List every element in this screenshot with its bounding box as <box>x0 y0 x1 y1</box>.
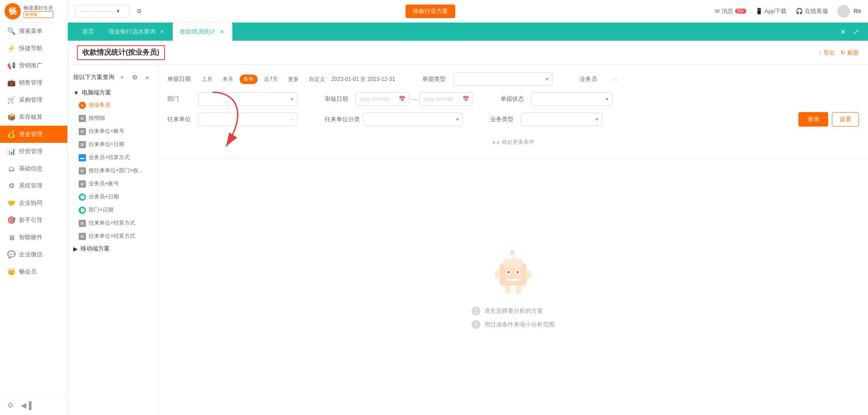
collapse-sidebar-icon[interactable]: ◀▐ <box>21 401 31 410</box>
tab-bank-flow-close[interactable]: ✕ <box>158 28 165 35</box>
scheme-item-salesman-label: 按业务员 <box>89 101 110 109</box>
messages-btn[interactable]: ✉ 消息 99+ <box>715 7 746 15</box>
docstatus-select[interactable]: ▾ <box>531 92 613 106</box>
review-date-start-input[interactable]: yyyy-mm-dd 📅 <box>355 92 410 106</box>
partner-cat-select[interactable]: ▾ <box>363 113 463 126</box>
sidebar-item-sales[interactable]: 💼 销售管理 <box>0 74 67 91</box>
sidebar-item-inventory[interactable]: 📦 库存核算 <box>0 108 67 126</box>
query-button[interactable]: 查询 <box>798 112 828 127</box>
mobile-scheme-title[interactable]: ▶ 移动端方案 <box>68 243 158 255</box>
page-title-box: 收款情况统计(按业务员) <box>77 45 165 60</box>
date-btn-7days[interactable]: 近7天 <box>260 75 282 84</box>
empty-illustration <box>486 245 540 299</box>
sidebar-item-quick-nav[interactable]: ⚡ 快捷导航 <box>0 40 67 57</box>
window-expand-btn[interactable]: ⤢ <box>851 28 861 36</box>
pc-scheme-title[interactable]: ▼ 电脑端方案 <box>68 87 158 99</box>
date-btn-this-year[interactable]: 本年 <box>240 75 258 84</box>
sidebar-item-member[interactable]: 👑 畅会员 <box>0 263 67 280</box>
scheme-item-partner-settle2[interactable]: ⊞ 往来单位+结算方式 <box>68 230 158 243</box>
date-btn-this-month[interactable]: 本月 <box>219 75 237 84</box>
filter-settings-button[interactable]: 设置 <box>832 112 859 127</box>
sidebar-item-finance[interactable]: 💰 资金管理 <box>0 126 67 143</box>
scheme-item-partner-dept[interactable]: ⊞ 按往来单位+部门+收... <box>68 164 158 177</box>
sidebar-item-hardware-label: 智能硬件 <box>19 233 42 241</box>
sidebar-item-guide[interactable]: 🎯 新手引导 <box>0 212 67 229</box>
sidebar-item-wechat-label: 企业微信 <box>19 250 42 259</box>
partner-more-icon[interactable]: ··· <box>289 116 293 123</box>
tab-bank-flow[interactable]: 现金银行流水查询 ✕ <box>101 23 173 41</box>
sidebar-nav: 🔍 搜索菜单 ⚡ 快捷导航 📢 营销推广 💼 销售管理 🛒 采购管理 📦 <box>0 23 67 395</box>
hardware-icon: 🖥 <box>7 233 15 241</box>
trial-button[interactable]: 体验行业方案 <box>406 5 455 18</box>
query-btn-area: 查询 设置 <box>798 112 859 127</box>
date-btn-last-month[interactable]: 上月 <box>198 75 216 84</box>
sidebar-item-enterprise[interactable]: 🤝 企业协同 <box>0 194 67 212</box>
mobile-scheme-section: ▶ 移动端方案 <box>68 243 158 255</box>
empty-state: 1 请先选择要分析的方案 2 用过滤条件来缩小分析范围 <box>158 159 868 415</box>
right-content: 单据日期 上月 本月 本年 近7天 更多 自定义 2023-01-01 至 20… <box>158 65 868 415</box>
window-close-btn[interactable]: ✕ <box>838 28 848 36</box>
collapse-filters-button[interactable]: ∧∧ 收起更多条件 <box>492 138 534 146</box>
scheme-item-salesman-account[interactable]: ⊞ 业务员+账号 <box>68 177 158 190</box>
filter-salesman-item: 业务员 ··· <box>580 75 619 83</box>
settings-footer-icon[interactable]: ⚙ <box>7 401 14 410</box>
sidebar-item-wechat[interactable]: 💬 企业微信 <box>0 246 67 263</box>
tab-home[interactable]: 首页 <box>75 23 101 41</box>
scheme-item-dept-date-label: 部门+日期 <box>89 206 113 214</box>
sidebar-item-business[interactable]: 📊 经营管理 <box>0 143 67 160</box>
sidebar-footer: ⚙ ◀▐ <box>0 395 67 415</box>
doctype-select[interactable]: ▾ <box>453 72 552 86</box>
sidebar-item-basic[interactable]: 🗂 基础信息 <box>0 160 67 177</box>
sidebar-item-finance-label: 资金管理 <box>19 130 42 138</box>
tab-collection-stats-label: 收款情况统计 <box>180 28 215 36</box>
sidebar-item-system[interactable]: ⚙ 系统管理 <box>0 177 67 194</box>
header-left: —— —— —— ▾ ⚙ <box>75 5 146 18</box>
tab-collection-stats-close[interactable]: ✕ <box>218 28 225 35</box>
sidebar-item-sales-label: 销售管理 <box>19 79 42 87</box>
nav-dropdown-text: —— —— —— <box>79 8 115 14</box>
sidebar-item-hardware[interactable]: 🖥 智能硬件 <box>0 229 67 246</box>
filter-row-3: 往来单位 ··· 往来单位分类 ▾ <box>167 112 859 127</box>
sidebar-item-search[interactable]: 🔍 搜索菜单 <box>0 23 67 40</box>
tab-collection-stats[interactable]: 收款情况统计 ✕ <box>173 23 232 41</box>
date-btn-more[interactable]: 更多 <box>284 75 302 84</box>
mobile-expand-icon: ▶ <box>73 245 78 252</box>
sidebar-item-purchase[interactable]: 🛒 采购管理 <box>0 91 67 108</box>
sidebar-item-marketing[interactable]: 📢 营销推广 <box>0 57 67 74</box>
filter-actions: ∧∧ 收起更多条件 <box>167 133 859 151</box>
scheme-item-partner-settle1-label: 往来单位+结算方式 <box>89 219 135 227</box>
export-button[interactable]: ↑ 导出 <box>819 49 835 57</box>
svg-rect-9 <box>505 286 510 294</box>
collapse-panel-icon[interactable]: « <box>142 72 152 82</box>
scheme-item-dept-date[interactable]: 🕐 部门+日期 <box>68 203 158 217</box>
online-service-btn[interactable]: 🎧 在线客服 <box>796 7 828 15</box>
scheme-item-detail[interactable]: ⊞ 按明细 <box>68 112 158 125</box>
partner-select[interactable]: ··· <box>198 113 297 126</box>
review-date-end-input[interactable]: yyyy-mm-dd 📅 <box>419 92 473 106</box>
scheme-item-salesman-settle[interactable]: ▬ 业务员+结算方式 <box>68 151 158 164</box>
tab-home-label: 首页 <box>82 28 94 36</box>
scheme-item-partner-settle1[interactable]: ⊞ 往来单位+结算方式 <box>68 217 158 230</box>
svg-rect-6 <box>506 279 520 281</box>
refresh-button[interactable]: ↻ 刷新 <box>840 49 859 57</box>
salesman-more-btn[interactable]: ··· <box>610 76 619 83</box>
add-scheme-icon[interactable]: ＋ <box>117 72 127 82</box>
query-panel-title: 按以下方案查询 <box>73 73 114 81</box>
app-download-btn[interactable]: 📱 App下载 <box>755 7 787 15</box>
biztype-select[interactable]: ▾ <box>521 113 602 126</box>
hint-text-1: 请先选择要分析的方案 <box>484 307 543 315</box>
svg-rect-1 <box>504 259 522 268</box>
scheme-item-salesman[interactable]: ● 按业务员 <box>68 99 158 112</box>
sidebar-item-guide-label: 新手引导 <box>19 216 42 224</box>
date-btn-custom[interactable]: 自定义 <box>305 75 329 84</box>
gear-icon[interactable]: ⚙ <box>133 5 146 18</box>
dept-select[interactable]: ▾ <box>198 92 297 106</box>
user-area[interactable]: Rit <box>837 5 861 18</box>
scheme-item-salesman-date[interactable]: 🕐 业务员+日期 <box>68 190 158 203</box>
nav-dropdown[interactable]: —— —— —— ▾ <box>75 5 129 18</box>
scheme-item-partner-date[interactable]: ⊞ 往来单位+日期 <box>68 138 158 151</box>
review-date-end-text: yyyy-mm-dd <box>423 96 453 102</box>
scheme-settings-icon[interactable]: ⚙ <box>130 72 140 82</box>
scheme-item-salesman-date-label: 业务员+日期 <box>89 193 119 201</box>
scheme-item-partner-account[interactable]: ⊞ 往来单位+账号 <box>68 125 158 138</box>
